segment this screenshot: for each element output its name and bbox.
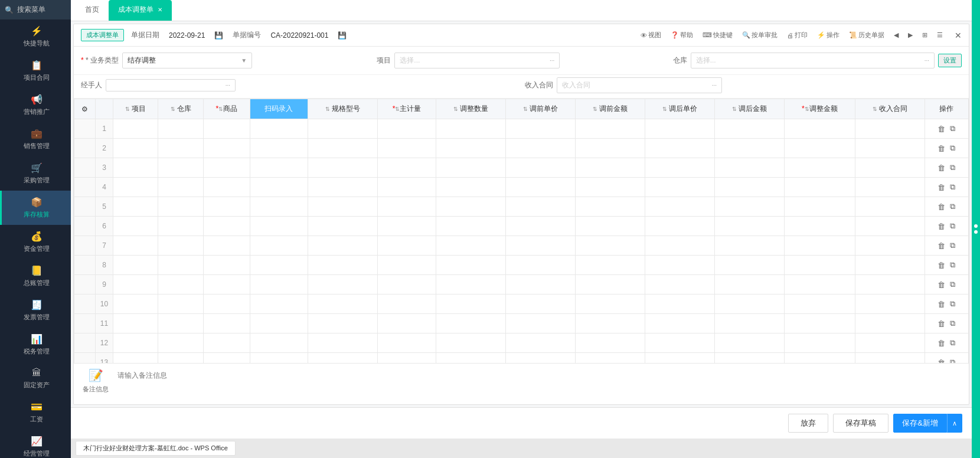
- row-pre-unit-price-8[interactable]: [506, 256, 576, 275]
- row-pre-amount-4[interactable]: [576, 178, 645, 197]
- sidebar-item-invoice[interactable]: 🧾发票管理: [0, 293, 71, 328]
- row-pre-amount-8[interactable]: [576, 256, 645, 275]
- row-income-contract-7[interactable]: [855, 236, 925, 256]
- row-warehouse-3[interactable]: [158, 158, 203, 178]
- save-split-button[interactable]: ∧: [947, 414, 962, 433]
- row-post-unit-price-9[interactable]: [645, 275, 714, 295]
- row-adjust-amount-6[interactable]: [784, 217, 855, 236]
- row-pre-amount-11[interactable]: [576, 314, 645, 333]
- save-new-button[interactable]: 保存&新增: [893, 414, 947, 433]
- row-copy-13[interactable]: ⧉: [949, 356, 956, 363]
- row-project-11[interactable]: [113, 314, 158, 333]
- row-delete-8[interactable]: 🗑: [936, 259, 946, 271]
- row-unit-4[interactable]: [377, 178, 436, 197]
- list-view-btn[interactable]: ☰: [935, 30, 945, 40]
- row-spec-5[interactable]: [308, 197, 378, 217]
- row-goods-11[interactable]: [203, 314, 250, 333]
- row-goods-2[interactable]: [203, 139, 250, 158]
- row-post-unit-price-13[interactable]: [645, 353, 714, 364]
- row-post-amount-1[interactable]: [714, 119, 784, 139]
- row-scan-12[interactable]: [250, 333, 308, 353]
- row-pre-amount-2[interactable]: [576, 139, 645, 158]
- row-scan-10[interactable]: [250, 295, 308, 314]
- row-post-amount-4[interactable]: [714, 178, 784, 197]
- notes-input[interactable]: [115, 368, 962, 398]
- row-project-9[interactable]: [113, 275, 158, 295]
- row-warehouse-10[interactable]: [158, 295, 203, 314]
- row-spec-12[interactable]: [308, 333, 378, 353]
- grid-view-btn[interactable]: ⊞: [920, 30, 930, 40]
- row-warehouse-2[interactable]: [158, 139, 203, 158]
- col-goods-header[interactable]: *⇅商品: [203, 99, 250, 119]
- row-unit-8[interactable]: [377, 256, 436, 275]
- row-delete-7[interactable]: 🗑: [936, 240, 946, 251]
- row-delete-13[interactable]: 🗑: [936, 356, 946, 363]
- row-copy-3[interactable]: ⧉: [949, 162, 956, 174]
- row-pre-unit-price-11[interactable]: [506, 314, 576, 333]
- row-copy-6[interactable]: ⧉: [949, 220, 956, 232]
- row-project-6[interactable]: [113, 217, 158, 236]
- history-btn[interactable]: 📜 历史单据: [847, 30, 887, 41]
- row-post-unit-price-11[interactable]: [645, 314, 714, 333]
- row-pre-amount-10[interactable]: [576, 295, 645, 314]
- col-adjust-qty-header[interactable]: ⇅ 调整数量: [436, 99, 506, 119]
- row-adjust-amount-12[interactable]: [784, 333, 855, 353]
- row-goods-5[interactable]: [203, 197, 250, 217]
- row-goods-9[interactable]: [203, 275, 250, 295]
- row-pre-unit-price-7[interactable]: [506, 236, 576, 256]
- row-delete-10[interactable]: 🗑: [936, 298, 946, 310]
- row-adjust-amount-2[interactable]: [784, 139, 855, 158]
- row-scan-1[interactable]: [250, 119, 308, 139]
- row-pre-amount-6[interactable]: [576, 217, 645, 236]
- row-adjust-qty-7[interactable]: [436, 236, 506, 256]
- sidebar-item-assets[interactable]: 🏛固定资产: [0, 362, 71, 395]
- row-income-contract-1[interactable]: [855, 119, 925, 139]
- row-adjust-amount-11[interactable]: [784, 314, 855, 333]
- row-scan-4[interactable]: [250, 178, 308, 197]
- sidebar-item-purchase-mgmt[interactable]: 🛒采购管理: [0, 156, 71, 191]
- actions-btn[interactable]: ⚡ 操作: [815, 30, 842, 41]
- row-project-1[interactable]: [113, 119, 158, 139]
- row-post-amount-6[interactable]: [714, 217, 784, 236]
- row-unit-12[interactable]: [377, 333, 436, 353]
- help-btn[interactable]: ❓ 帮助: [668, 30, 695, 41]
- row-spec-10[interactable]: [308, 295, 378, 314]
- row-unit-6[interactable]: [377, 217, 436, 236]
- sidebar-item-tax[interactable]: 📊税务管理: [0, 328, 71, 362]
- row-pre-unit-price-12[interactable]: [506, 333, 576, 353]
- income-contract-input[interactable]: 收入合同 ···: [557, 77, 722, 93]
- row-pre-unit-price-13[interactable]: [506, 353, 576, 364]
- row-post-unit-price-6[interactable]: [645, 217, 714, 236]
- sidebar-item-sales-mgmt[interactable]: 💼销售管理: [0, 122, 71, 156]
- row-goods-8[interactable]: [203, 256, 250, 275]
- col-project-header[interactable]: ⇅ 项目: [113, 99, 158, 119]
- tab-close-icon[interactable]: ✕: [158, 6, 162, 13]
- warehouse-input[interactable]: 选择... ···: [691, 53, 935, 68]
- col-spec-header[interactable]: ⇅ 规格型号: [308, 99, 378, 119]
- row-adjust-amount-7[interactable]: [784, 236, 855, 256]
- row-income-contract-8[interactable]: [855, 256, 925, 275]
- row-warehouse-6[interactable]: [158, 217, 203, 236]
- row-project-10[interactable]: [113, 295, 158, 314]
- row-scan-7[interactable]: [250, 236, 308, 256]
- row-spec-6[interactable]: [308, 217, 378, 236]
- sidebar-item-finance[interactable]: 💰资金管理: [0, 225, 71, 259]
- row-project-4[interactable]: [113, 178, 158, 197]
- row-copy-2[interactable]: ⧉: [949, 142, 956, 154]
- col-pre-unit-price-header[interactable]: ⇅ 调前单价: [506, 99, 576, 119]
- col-adjust-amount-header[interactable]: *⇅调整金额: [784, 99, 855, 119]
- row-spec-7[interactable]: [308, 236, 378, 256]
- row-delete-3[interactable]: 🗑: [936, 162, 946, 174]
- tab-home[interactable]: 首页: [76, 0, 109, 21]
- row-adjust-qty-5[interactable]: [436, 197, 506, 217]
- row-warehouse-12[interactable]: [158, 333, 203, 353]
- row-copy-5[interactable]: ⧉: [949, 201, 956, 212]
- col-unit-header[interactable]: *⇅主计量: [377, 99, 436, 119]
- row-adjust-qty-12[interactable]: [436, 333, 506, 353]
- row-unit-1[interactable]: [377, 119, 436, 139]
- row-copy-8[interactable]: ⧉: [949, 259, 956, 271]
- row-post-amount-7[interactable]: [714, 236, 784, 256]
- row-goods-12[interactable]: [203, 333, 250, 353]
- row-delete-12[interactable]: 🗑: [936, 337, 946, 349]
- row-scan-9[interactable]: [250, 275, 308, 295]
